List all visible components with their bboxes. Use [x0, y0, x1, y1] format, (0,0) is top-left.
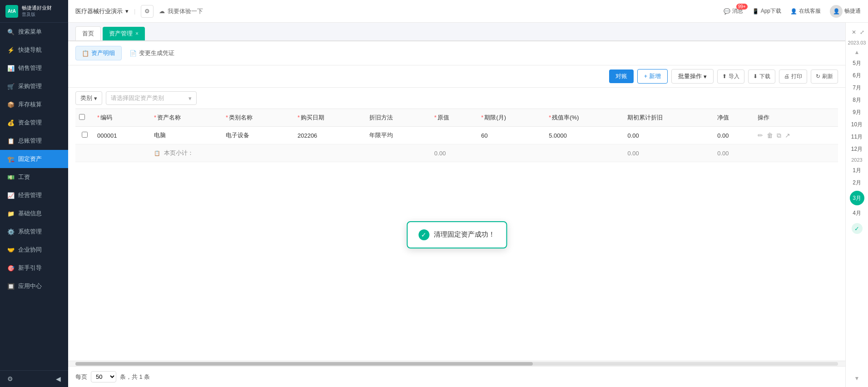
settings-button[interactable]: ⚙ [141, 5, 154, 18]
sidebar-label-ledger: 总账管理 [18, 137, 42, 145]
user-area[interactable]: 👤 畅捷通 [830, 5, 861, 18]
data-table: *编码 *资产名称 *类别名称 *购买日期 折旧方法 *原值 *期限(月) *残… [75, 109, 838, 162]
refresh-button[interactable]: ↻ 刷新 [811, 69, 838, 84]
panel-close-icon[interactable]: ✕ [851, 28, 857, 36]
month-1[interactable]: 1月 [848, 164, 866, 177]
month-6[interactable]: 6月 [848, 69, 866, 82]
sidebar-label-purchase: 采购管理 [18, 82, 42, 90]
sidebar-item-sales[interactable]: 📊 销售管理 [0, 59, 68, 77]
toolbar-right: 对账 + 新增 批量操作 ▾ ⬆ 导入 ⬇ 下载 [609, 69, 838, 84]
sidebar-item-system[interactable]: ⚙️ 系统管理 [0, 223, 68, 241]
tab-home[interactable]: 首页 [75, 26, 101, 40]
panel-check-container: ✓ [852, 223, 863, 234]
company-selector[interactable]: 医疗器械行业演示 ▾ [75, 7, 129, 15]
batch-ops-dropdown-icon: ▾ [704, 73, 707, 80]
sidebar-item-enterprise[interactable]: 🤝 企业协同 [0, 241, 68, 259]
collapse-icon[interactable]: ◀ [56, 375, 61, 382]
sidebar-item-search[interactable]: 🔍 搜索菜单 [0, 23, 68, 41]
cell-code: 000001 [94, 127, 150, 144]
sidebar-item-salary[interactable]: 💵 工资 [0, 168, 68, 186]
month-3-active[interactable]: 3月 [850, 191, 864, 205]
panel-expand-icon[interactable]: ⤢ [859, 28, 865, 36]
tab-asset-manage[interactable]: 资产管理 × [103, 27, 145, 40]
col-code: *编码 [94, 109, 150, 127]
download-icon: 📱 [752, 8, 759, 15]
reconcile-button[interactable]: 对账 [609, 69, 634, 83]
cell-name: 电脑 [150, 127, 222, 144]
sub-tab-generate-voucher[interactable]: 📄 变更生成凭证 [124, 46, 181, 60]
month-4[interactable]: 4月 [848, 207, 866, 219]
more-icon[interactable]: ↗ [785, 132, 790, 139]
select-all-checkbox[interactable] [79, 114, 85, 120]
right-panel-down-icon[interactable]: ▼ [853, 373, 862, 383]
per-page-label: 每页 [75, 373, 87, 381]
sidebar-icon-basic-info: 📁 [7, 210, 15, 217]
add-new-button[interactable]: + 新增 [637, 69, 668, 84]
tab-close-icon[interactable]: × [135, 30, 139, 37]
online-service-button[interactable]: 👤 在线客服 [790, 7, 821, 15]
sidebar-item-purchase[interactable]: 🛒 采购管理 [0, 77, 68, 95]
sidebar-item-guide[interactable]: 🎯 新手引导 [0, 259, 68, 277]
month-10[interactable]: 10月 [848, 119, 866, 131]
month-2[interactable]: 2月 [848, 177, 866, 189]
download-label: 下载 [759, 73, 770, 80]
sidebar-label-salary: 工资 [18, 173, 30, 181]
pagination-bar: 每页 50 100 200 条，共 1 条 [68, 366, 845, 387]
year-2023-label: 2023 [851, 155, 862, 164]
sidebar-label-search: 搜索菜单 [18, 28, 42, 36]
month-5[interactable]: 5月 [848, 57, 866, 69]
experience-button[interactable]: ☁ 我要体验一下 [159, 7, 203, 15]
sidebar-logo-text: 畅捷通好业财 [22, 5, 52, 11]
experience-label: 我要体验一下 [168, 7, 203, 15]
sidebar-item-operations[interactable]: 📈 经营管理 [0, 186, 68, 204]
category-value-select[interactable]: 请选择固定资产类别 ▾ [106, 91, 197, 105]
month-8[interactable]: 8月 [848, 94, 866, 106]
sidebar-icon-search: 🔍 [7, 28, 15, 35]
sidebar-icon-system: ⚙️ [7, 228, 15, 235]
month-11[interactable]: 11月 [848, 131, 866, 143]
company-dropdown-icon: ▾ [125, 8, 129, 15]
inner-page: 📋 资产明细 📄 变更生成凭证 对账 + 新增 批量操作 [68, 40, 845, 387]
sidebar-header: AtA 畅捷通好业财 普及版 [0, 0, 68, 23]
import-button[interactable]: ⬆ 导入 [717, 69, 744, 84]
sidebar-item-basic-info[interactable]: 📁 基础信息 [0, 204, 68, 223]
col-residual-rate: *残值率(%) [545, 109, 624, 127]
sidebar-item-ledger[interactable]: 📋 总账管理 [0, 132, 68, 150]
sidebar-label-inventory: 库存核算 [18, 100, 42, 109]
sub-tab-asset-detail[interactable]: 📋 资产明细 [75, 46, 122, 60]
subtotal-initial-accum: 0.00 [624, 144, 714, 162]
sidebar-label-operations: 经营管理 [18, 191, 42, 199]
delete-icon[interactable]: 🗑 [767, 132, 773, 139]
cloud-icon: ☁ [159, 8, 165, 15]
category-select[interactable]: 类别 ▾ [75, 91, 102, 105]
sidebar-item-app-center[interactable]: 🔲 应用中心 [0, 277, 68, 295]
right-panel-up-icon[interactable]: ▲ [853, 47, 862, 57]
sidebar-icon-fixed-assets: 🏗️ [7, 155, 15, 163]
sidebar-icon-sales: 📊 [7, 64, 15, 72]
message-button[interactable]: 💬 消息 99+ [724, 7, 743, 15]
month-12[interactable]: 12月 [848, 143, 866, 155]
copy-icon[interactable]: ⧉ [777, 132, 781, 139]
sidebar-item-inventory[interactable]: 📦 库存核算 [0, 95, 68, 114]
settings-icon[interactable]: ⚙ [7, 375, 13, 382]
edit-icon[interactable]: ✏ [758, 132, 763, 139]
app-download-label: App下载 [761, 7, 781, 15]
sidebar-item-quick-nav[interactable]: ⚡ 快捷导航 [0, 41, 68, 59]
scrollbar-thumb[interactable] [75, 362, 533, 366]
panel-check-icon[interactable]: ✓ [852, 223, 863, 234]
app-download-button[interactable]: 📱 App下载 [752, 7, 781, 15]
batch-ops-button[interactable]: 批量操作 ▾ [671, 69, 714, 84]
sidebar-logo-sub: 普及版 [22, 11, 52, 18]
col-name: *资产名称 [150, 109, 222, 127]
row-checkbox[interactable] [82, 132, 88, 138]
user-avatar: 👤 [830, 5, 843, 18]
scrollbar-track[interactable] [75, 362, 838, 366]
month-9[interactable]: 9月 [848, 106, 866, 119]
sidebar-item-capital[interactable]: 💰 资金管理 [0, 114, 68, 132]
print-button[interactable]: 🖨 打印 [779, 69, 807, 84]
sub-tab-asset-detail-label: 资产明细 [91, 49, 115, 57]
per-page-select[interactable]: 50 100 200 [91, 371, 116, 382]
download-button[interactable]: ⬇ 下载 [748, 69, 775, 84]
month-7[interactable]: 7月 [848, 82, 866, 94]
sidebar-item-fixed-assets[interactable]: 🏗️ 固定资产 [0, 150, 68, 168]
